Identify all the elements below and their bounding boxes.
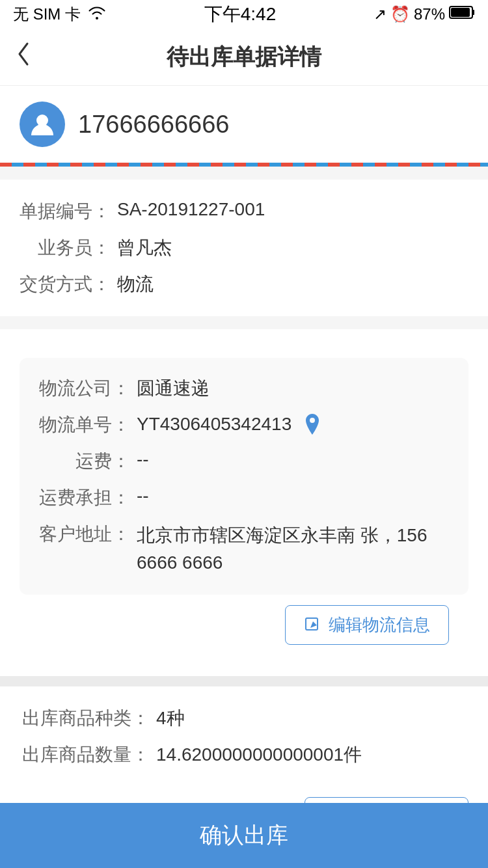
document-number-value: SA-20191227-001: [117, 199, 468, 220]
status-bar: 无 SIM 卡 下午4:42 ↗ ⏰ 87%: [0, 0, 488, 29]
edit-logistics-label: 编辑物流信息: [329, 614, 430, 636]
address-row: 客户地址： 北京市市辖区海淀区永丰南 张，156 6666 6666: [39, 522, 449, 576]
goods-type-label: 出库商品种类：: [20, 706, 150, 731]
tracking-label: 物流单号：: [39, 413, 130, 437]
address-label: 客户地址：: [39, 522, 130, 547]
location-pin-icon[interactable]: [301, 413, 324, 436]
nav-bar: 待出库单据详情: [0, 29, 488, 86]
location-status-icon: ↗: [373, 5, 386, 23]
logistics-card: 物流公司： 圆通速递 物流单号： YT43064053424​13 运费： --…: [20, 358, 468, 595]
tracking-value: YT43064053424​13: [137, 413, 449, 436]
back-button[interactable]: [16, 41, 31, 73]
edit-logistics-button[interactable]: 编辑物流信息: [285, 605, 449, 645]
battery-icon: [449, 5, 475, 23]
edit-logistics-row: 编辑物流信息: [20, 595, 468, 660]
dashed-divider: [0, 163, 488, 167]
gray-divider: [0, 676, 488, 686]
confirm-label: 确认出库: [200, 821, 288, 850]
document-number-label: 单据编号：: [20, 199, 111, 224]
goods-type-row: 出库商品种类： 4种: [20, 706, 468, 731]
logistics-company-value: 圆通速递: [137, 376, 449, 401]
status-right: ↗ ⏰ 87%: [373, 5, 475, 23]
freight-label: 运费：: [39, 449, 130, 474]
freight-value: --: [137, 449, 449, 470]
svg-rect-4: [306, 618, 318, 630]
status-time: 下午4:42: [204, 2, 277, 27]
delivery-method-label: 交货方式：: [20, 272, 111, 297]
document-number-row: 单据编号： SA-20191227-001: [20, 199, 468, 224]
freight-bear-value: --: [137, 485, 449, 506]
goods-section: 出库商品种类： 4种 出库商品数量： 14.620000000000000​1件: [0, 686, 488, 787]
salesperson-row: 业务员： 曾凡杰: [20, 236, 468, 260]
confirm-bar[interactable]: 确认出库: [0, 803, 488, 868]
user-phone: 17666666666: [78, 111, 229, 139]
battery-text: 87%: [414, 5, 445, 23]
goods-type-value: 4种: [156, 706, 468, 731]
wifi-icon: [87, 5, 107, 23]
salesperson-label: 业务员：: [20, 236, 111, 260]
logistics-company-label: 物流公司：: [39, 376, 130, 401]
alarm-icon: ⏰: [390, 5, 410, 23]
salesperson-value: 曾凡杰: [117, 236, 468, 260]
tracking-row: 物流单号： YT43064053424​13: [39, 413, 449, 437]
logistics-company-row: 物流公司： 圆通速递: [39, 376, 449, 401]
edit-icon: [304, 616, 322, 634]
status-left: 无 SIM 卡: [13, 4, 107, 25]
document-section: 单据编号： SA-20191227-001 业务员： 曾凡杰 交货方式： 物流: [0, 180, 488, 316]
carrier-text: 无 SIM 卡: [13, 4, 81, 25]
user-header: 17666666666: [0, 86, 488, 163]
delivery-method-row: 交货方式： 物流: [20, 272, 468, 297]
goods-quantity-row: 出库商品数量： 14.620000000000000​1件: [20, 742, 468, 767]
page-title: 待出库单据详情: [167, 42, 321, 72]
goods-quantity-value: 14.620000000000000​1件: [156, 742, 468, 767]
freight-bear-row: 运费承担： --: [39, 485, 449, 510]
freight-bear-label: 运费承担：: [39, 485, 130, 510]
svg-rect-1: [472, 10, 474, 15]
address-value: 北京市市辖区海淀区永丰南 张，156 6666 6666: [137, 522, 449, 576]
goods-quantity-label: 出库商品数量：: [20, 742, 150, 767]
freight-row: 运费： --: [39, 449, 449, 474]
logistics-section: 物流公司： 圆通速递 物流单号： YT43064053424​13 运费： --…: [0, 329, 488, 676]
svg-rect-2: [451, 8, 470, 17]
avatar: [20, 102, 65, 147]
delivery-method-value: 物流: [117, 272, 468, 297]
